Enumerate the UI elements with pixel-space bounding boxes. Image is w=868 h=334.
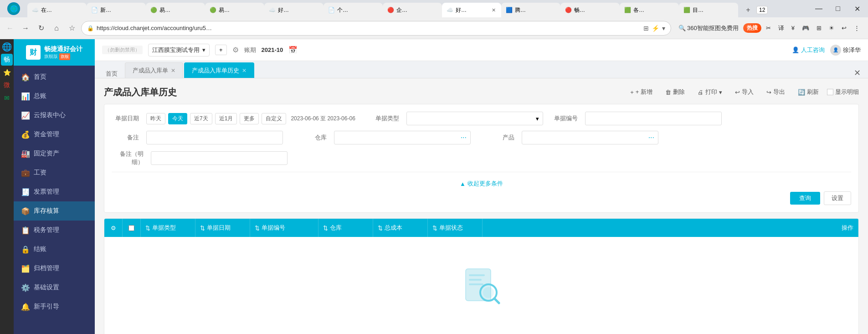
sidebar-item-home[interactable]: 🏠 首页 — [14, 67, 95, 87]
tab-active[interactable]: ☁️ 在… — [27, 3, 87, 17]
page-tab-list[interactable]: 产成品入库单 ✕ — [125, 62, 183, 78]
date-btn-more[interactable]: 更多 — [240, 113, 259, 124]
restore-button[interactable]: □ — [829, 1, 847, 16]
tab-11[interactable]: 🟩 各… — [620, 3, 679, 17]
date-btn-7days[interactable]: 近7天 — [190, 113, 212, 124]
settings-gear-button[interactable]: ⚙ — [232, 46, 239, 54]
close-button[interactable]: ✕ — [848, 1, 866, 16]
warehouse-dots[interactable]: ··· — [461, 134, 467, 142]
left-icon-mail[interactable]: ✉ — [1, 92, 13, 104]
breadcrumb-home[interactable]: 首页 — [106, 70, 118, 78]
left-icon-star[interactable]: ⭐ — [1, 67, 13, 78]
product-select[interactable]: ··· — [522, 131, 658, 144]
undo-btn[interactable]: ↩ — [839, 22, 849, 35]
more-btn[interactable]: ⋮ — [851, 22, 863, 35]
warehouse-select[interactable]: ··· — [334, 131, 471, 144]
tab-10[interactable]: 🔴 畅… — [560, 3, 620, 17]
remark-detail-input[interactable] — [151, 151, 288, 165]
back-button[interactable]: ← — [4, 22, 16, 35]
minimize-button[interactable]: — — [810, 1, 828, 16]
dropdown-icon[interactable]: ▾ — [662, 25, 665, 32]
export-button[interactable]: ↪ 导出 — [762, 86, 790, 98]
new-tab-button[interactable]: + — [742, 4, 755, 16]
delete-button[interactable]: 🗑 删除 — [661, 86, 689, 98]
tab-3[interactable]: 🟢 易… — [146, 3, 205, 17]
date-btn-today[interactable]: 今天 — [168, 113, 187, 124]
sidebar-item-inventory[interactable]: 📦 库存核算 — [14, 201, 95, 221]
th-cost[interactable]: ⇅ 总成本 — [373, 219, 428, 237]
th-gear[interactable]: ⚙ — [104, 219, 123, 237]
tab-9[interactable]: 🟦 腾… — [501, 3, 560, 17]
display-toggle[interactable]: 显示明细 — [827, 88, 859, 96]
sidebar-item-assets[interactable]: 🏭 固定资产 — [14, 144, 95, 163]
tab-6[interactable]: 📄 个… — [324, 3, 383, 17]
bookmark-button[interactable]: ☆ — [66, 22, 78, 35]
calendar-icon[interactable]: 📅 — [288, 46, 298, 54]
th-date[interactable]: ⇅ 单据日期 — [195, 219, 250, 237]
doc-number-input[interactable] — [585, 112, 722, 125]
import-button[interactable]: ↩ 导入 — [730, 86, 758, 98]
sidebar-item-archive[interactable]: 🗂️ 归档管理 — [14, 259, 95, 278]
grid-icon[interactable]: ⊞ — [643, 25, 649, 32]
tab-7[interactable]: 🔴 企… — [383, 3, 442, 17]
tab-5[interactable]: ☁️ 好… — [264, 3, 324, 17]
query-button[interactable]: 查询 — [790, 192, 820, 205]
user-info[interactable]: 👤 徐泽华 — [830, 45, 861, 56]
date-btn-month[interactable]: 近1月 — [215, 113, 237, 124]
tab-close-current[interactable]: ✕ — [491, 6, 497, 14]
tab-current[interactable]: ☁️ 好… ✕ — [442, 3, 501, 17]
print-button[interactable]: 🖨 打印 ▾ — [693, 86, 727, 98]
remark-input[interactable] — [146, 131, 283, 144]
th-checkbox[interactable] — [123, 219, 141, 237]
browser-logo[interactable]: 🌐 — [7, 2, 20, 15]
select-all-checkbox[interactable] — [128, 225, 134, 231]
tab-4[interactable]: 🟢 易… — [205, 3, 264, 17]
sidebar-item-invoice[interactable]: 🧾 发票管理 — [14, 182, 95, 201]
tab-count[interactable]: 12 — [756, 6, 768, 14]
forward-button[interactable]: → — [19, 22, 32, 35]
scissors-btn[interactable]: ✂ — [763, 22, 774, 35]
tab-12[interactable]: 🟩 目… — [679, 3, 738, 17]
sidebar-item-close[interactable]: 🔒 结账 — [14, 240, 95, 259]
left-icon-chanjet[interactable]: 畅 — [1, 54, 13, 66]
home-button[interactable]: ⌂ — [50, 22, 63, 35]
grid2-btn[interactable]: ⊞ — [814, 22, 824, 35]
page-tab-history[interactable]: 产成品入库单历史 ✕ — [184, 62, 254, 78]
sidebar-item-ledger[interactable]: 📊 总账 — [14, 87, 95, 106]
date-btn-custom[interactable]: 自定义 — [262, 113, 286, 124]
lightning-icon[interactable]: ⚡ — [652, 25, 659, 32]
service-button[interactable]: 👤 人工咨询 — [792, 46, 825, 54]
doc-type-select[interactable]: ▾ — [406, 112, 543, 125]
th-type[interactable]: ⇅ 单据类型 — [141, 219, 195, 237]
display-checkbox[interactable] — [827, 89, 833, 95]
left-icon-weibo[interactable]: 微 — [1, 79, 13, 91]
sidebar-item-tax[interactable]: 📋 税务管理 — [14, 221, 95, 240]
sidebar-item-report[interactable]: 📈 云报表中心 — [14, 106, 95, 125]
set-button[interactable]: 设置 — [824, 191, 851, 205]
org-selector[interactable]: 江西膜宝测试专用 ▾ — [148, 44, 210, 57]
tab-list-close[interactable]: ✕ — [171, 67, 175, 74]
product-dots[interactable]: ··· — [648, 134, 654, 142]
refresh-nav-button[interactable]: ↻ — [35, 22, 47, 35]
left-icon-home[interactable]: 🌐 — [1, 41, 13, 53]
date-btn-yesterday[interactable]: 昨天 — [146, 113, 165, 124]
search-toolbar[interactable]: 🔍 360智能抠图免费用 — [676, 22, 741, 35]
game-btn[interactable]: 🎮 — [799, 22, 812, 35]
collapse-btn[interactable]: ▲ 收起更多条件 — [460, 180, 503, 188]
panel-close-btn[interactable]: ✕ — [854, 68, 861, 78]
tab-2[interactable]: 📄 新… — [87, 3, 146, 17]
sidebar-item-fund[interactable]: 💰 资金管理 — [14, 125, 95, 144]
sun-btn[interactable]: ☀ — [826, 22, 837, 35]
th-number[interactable]: ⇅ 单据编号 — [250, 219, 318, 237]
tab-history-close[interactable]: ✕ — [242, 67, 247, 74]
add-button[interactable]: + + 新增 — [626, 86, 657, 98]
sidebar-item-settings[interactable]: ⚙️ 基础设置 — [14, 278, 95, 297]
address-input-wrap[interactable]: 🔒 https://cloud.chanjet.com/accounting/u… — [81, 21, 671, 36]
translate-btn[interactable]: 译 — [776, 22, 787, 35]
sidebar-item-salary[interactable]: 💼 工资 — [14, 163, 95, 182]
yuan-btn[interactable]: ¥ — [789, 22, 797, 35]
th-status[interactable]: ⇅ 单据状态 — [428, 219, 483, 237]
sidebar-item-guide[interactable]: 🔔 新手引导 — [14, 297, 95, 316]
add-org-button[interactable]: + — [215, 45, 227, 55]
refresh-button[interactable]: 🔄 刷新 — [793, 86, 823, 98]
